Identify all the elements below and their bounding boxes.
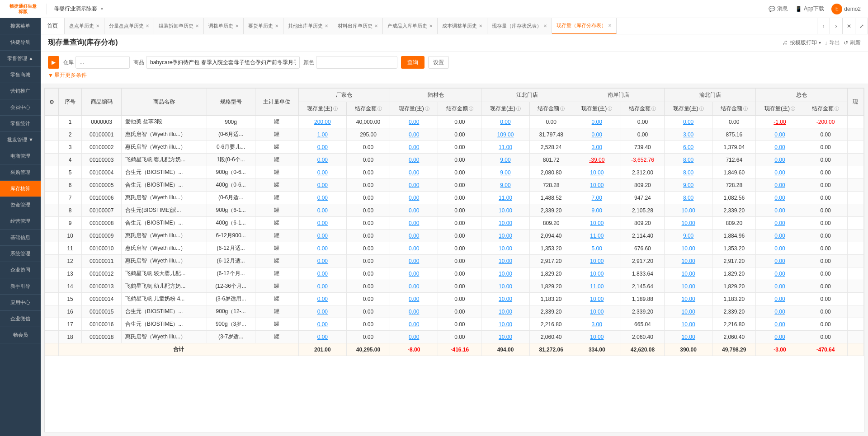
content-area: 首页 盘点单历史 ✕ 分量盘点单历史 ✕ 组装拆卸单历史 ✕ 调拨单历史 ✕ 要…	[41, 18, 868, 436]
yb-amt-info-icon[interactable]: ⓘ	[743, 106, 748, 112]
search-toggle-btn[interactable]: ▶	[48, 56, 59, 69]
tab-close-all-btn[interactable]: ✕	[843, 18, 855, 34]
sidebar-item-purchase[interactable]: 采购管理	[0, 164, 41, 181]
tab-request[interactable]: 要货单历史 ✕	[244, 18, 283, 34]
tab-adjust[interactable]: 调拨单历史 ✕	[204, 18, 244, 34]
col-group-na: 南岸门店	[573, 89, 664, 102]
message-btn[interactable]: 💬 消息	[769, 5, 788, 13]
sidebar-item-appstore[interactable]: 应用中心	[0, 295, 41, 311]
tab-prev-btn[interactable]: ‹	[817, 18, 830, 34]
tab-close-stock[interactable]: ✕	[96, 23, 99, 28]
col-total-qty: 现存量(主)ⓘ	[756, 102, 804, 116]
sidebar-item-retail-mgmt[interactable]: 零售管理 ▲	[0, 51, 41, 67]
col-spec: 规格型号	[207, 89, 255, 116]
col-yb-qty: 现存量(主)ⓘ	[665, 102, 712, 116]
chj-qty-info-icon[interactable]: ⓘ	[333, 106, 338, 112]
user-avatar[interactable]: E demo2	[831, 4, 861, 14]
sidebar-item-retail-mall[interactable]: 零售商城	[0, 67, 41, 83]
tab-material-out[interactable]: 材料出库单历史 ✕	[333, 18, 383, 34]
tab-close-stock-status[interactable]: ✕	[543, 23, 547, 28]
sidebar-item-system[interactable]: 系统管理	[0, 246, 41, 262]
print-btn[interactable]: 🖨 按模版打印 ▾	[783, 39, 821, 47]
tab-split[interactable]: 分量盘点单历史 ✕	[104, 18, 154, 34]
tab-stock[interactable]: 盘点单历史 ✕	[65, 18, 104, 34]
total-qty-info-icon[interactable]: ⓘ	[791, 106, 795, 112]
table-row: 17 00100016 合生元（BIOSTIME）... 900g（3岁... …	[45, 318, 864, 331]
sidebar-item-retail-stats[interactable]: 零售统计	[0, 116, 41, 132]
expand-conditions-btn[interactable]: ▼ 展开更多条件	[48, 71, 861, 79]
tab-close-request[interactable]: ✕	[275, 23, 278, 28]
tab-product-in[interactable]: 产成品入库单历史 ✕	[383, 18, 438, 34]
table-row: 16 00100015 合生元（BIOSTIME）... 900g（12-...…	[45, 305, 864, 318]
tab-close-split[interactable]: ✕	[146, 23, 149, 28]
table-row: 9 00100008 合生元（BIOSTIME）... 400g（6-1... …	[45, 217, 864, 230]
col-settings[interactable]: ⚙	[45, 89, 59, 116]
tab-close-other-out[interactable]: ✕	[325, 23, 328, 28]
tab-home[interactable]: 首页	[41, 18, 65, 34]
sidebar-item-basic[interactable]: 基础信息	[0, 230, 41, 246]
top-bar: 畅捷通好生意 标版 母婴行业演示陈套 ▾ 💬 消息 📱 App下载 E demo…	[0, 0, 868, 18]
yb-qty-info-icon[interactable]: ⓘ	[699, 106, 704, 112]
sidebar-item-member2[interactable]: 畅会员	[0, 327, 41, 343]
jb-qty-info-icon[interactable]: ⓘ	[516, 106, 521, 112]
table-row: 3 00100002 惠氏启智（Wyeth illu...） 0-6月婴儿...…	[45, 141, 864, 154]
tab-stock-status[interactable]: 现存量（库存状况表） ✕	[487, 18, 552, 34]
color-input[interactable]	[316, 56, 397, 69]
app-download-btn[interactable]: 📱 App下载	[795, 5, 824, 13]
sidebar-item-guide[interactable]: 新手引导	[0, 278, 41, 295]
sidebar-item-marketing[interactable]: 营销推广	[0, 83, 41, 99]
expand-icon: ▼	[48, 72, 53, 79]
table-container: ⚙ 序号 商品编码 商品名称 规格型号 主计量单位 厂家仓 陆村仓 江北门店 南…	[44, 88, 864, 432]
col-current: 现	[847, 89, 863, 116]
query-btn[interactable]: 查询	[401, 56, 425, 69]
col-total-amt: 结存金额ⓘ	[804, 102, 847, 116]
na-qty-info-icon[interactable]: ⓘ	[608, 106, 612, 112]
tab-expand-btn[interactable]: ⤢	[855, 18, 868, 34]
main-layout: 搜索英单 快捷导航 零售管理 ▲ 零售商城 营销推广 会员中心 零售统计 批发管…	[0, 18, 868, 436]
tab-cost-adjust[interactable]: 成本调整单历史 ✕	[438, 18, 487, 34]
tab-next-btn[interactable]: ›	[830, 18, 843, 34]
chj-amt-info-icon[interactable]: ⓘ	[377, 106, 382, 112]
table-row: 13 00100012 飞鹤星飞帆 较大婴儿配... (6-12个月... 罐 …	[45, 267, 864, 280]
tab-close-stock-dist[interactable]: ✕	[608, 23, 612, 28]
jb-amt-info-icon[interactable]: ⓘ	[560, 106, 565, 112]
sidebar: 搜索英单 快捷导航 零售管理 ▲ 零售商城 营销推广 会员中心 零售统计 批发管…	[0, 18, 41, 436]
search-row-1: ▶ 仓库 商品 颜色 查询 设置	[48, 56, 861, 69]
col-lcun-qty: 现存量(主)ⓘ	[390, 102, 438, 116]
tab-close-combine[interactable]: ✕	[195, 23, 199, 28]
settings-btn[interactable]: 设置	[428, 56, 449, 69]
sidebar-item-wholesale[interactable]: 批发管理 ▼	[0, 132, 41, 148]
lcun-amt-info-icon[interactable]: ⓘ	[469, 106, 473, 112]
total-amt-info-icon[interactable]: ⓘ	[835, 106, 839, 112]
export-btn[interactable]: ↓ 导出	[825, 39, 840, 47]
col-group-total: 总仓	[756, 89, 847, 102]
warehouse-input[interactable]	[75, 56, 130, 69]
na-amt-info-icon[interactable]: ⓘ	[651, 106, 656, 112]
goods-input[interactable]	[146, 56, 300, 69]
col-group-yb: 渝北门店	[665, 89, 756, 102]
sidebar-item-search[interactable]: 搜索英单	[0, 18, 41, 34]
lcun-qty-info-icon[interactable]: ⓘ	[425, 106, 429, 112]
sidebar-item-inventory[interactable]: 库存核算	[0, 181, 41, 197]
tab-combine[interactable]: 组装拆卸单历史 ✕	[154, 18, 204, 34]
sidebar-item-member[interactable]: 会员中心	[0, 99, 41, 116]
refresh-btn[interactable]: ↺ 刷新	[844, 39, 861, 47]
tab-close-adjust[interactable]: ✕	[235, 23, 239, 28]
tab-close-product-in[interactable]: ✕	[429, 23, 433, 28]
col-group-jb: 江北门店	[481, 89, 573, 102]
sidebar-item-collab[interactable]: 企业协同	[0, 262, 41, 278]
tab-other-out[interactable]: 其他出库单历史 ✕	[283, 18, 333, 34]
sidebar-item-finance[interactable]: 资金管理	[0, 197, 41, 213]
tab-stock-dist[interactable]: 现存量（库存分布表） ✕	[552, 18, 617, 34]
sidebar-item-ecommerce[interactable]: 电商管理	[0, 148, 41, 164]
industry-dropdown-icon[interactable]: ▾	[101, 6, 103, 11]
industry-selector[interactable]: 母婴行业演示陈套	[54, 5, 97, 13]
tab-close-cost-adjust[interactable]: ✕	[479, 23, 482, 28]
avatar-icon: E	[831, 4, 842, 14]
sidebar-item-wecom[interactable]: 企业微信	[0, 311, 41, 327]
col-group-chj: 厂家仓	[298, 89, 390, 102]
sidebar-item-quicknav[interactable]: 快捷导航	[0, 34, 41, 51]
sidebar-item-operation[interactable]: 经营管理	[0, 213, 41, 230]
tab-close-material-out[interactable]: ✕	[374, 23, 378, 28]
summary-row: 合计 201.00 40,295.00 -8.00 -416.16 494.00…	[45, 343, 864, 356]
